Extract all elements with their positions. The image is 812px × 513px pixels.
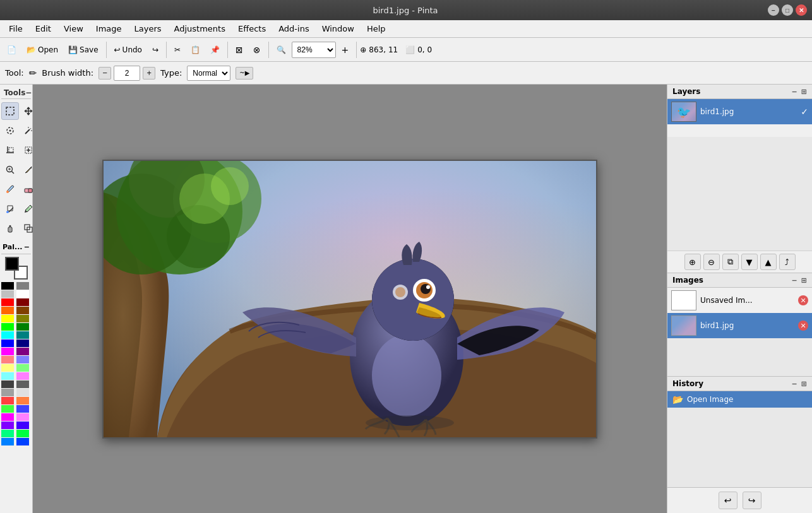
palette-color[interactable] (16, 307, 29, 314)
menu-item-window[interactable]: Window (316, 21, 361, 36)
rectangle-select-tool[interactable] (1, 102, 19, 120)
canvas-area[interactable] (33, 85, 667, 513)
brush-width-increase[interactable]: + (143, 67, 155, 80)
history-redo-btn[interactable]: ↪ (743, 492, 761, 509)
foreground-color-swatch[interactable] (5, 257, 19, 271)
palette-color[interactable] (1, 282, 14, 290)
menu-item-help[interactable]: Help (361, 21, 392, 36)
images-pin-btn[interactable]: ⊞ (801, 276, 807, 285)
menu-item-image[interactable]: Image (90, 21, 128, 36)
palette-color[interactable] (1, 307, 14, 314)
paintbrush-tool[interactable] (1, 180, 19, 198)
palette-color[interactable] (16, 315, 29, 322)
lasso-tool[interactable] (1, 122, 19, 139)
menu-item-add-ins[interactable]: Add-ins (272, 21, 315, 36)
menu-item-layers[interactable]: Layers (128, 21, 168, 36)
palette-color[interactable] (16, 323, 29, 331)
zoom-select[interactable]: 82% 100% 50% 25% (292, 42, 336, 58)
palette-color[interactable] (16, 331, 29, 339)
palette-color[interactable] (16, 389, 29, 396)
zoom-tool[interactable] (1, 161, 19, 179)
zoom-in-button[interactable]: + (337, 42, 354, 57)
crop-button[interactable]: ⊠ (231, 42, 248, 57)
palette-color[interactable] (1, 364, 14, 372)
history-collapse-btn[interactable]: − (792, 380, 797, 388)
toolbox-collapse[interactable]: − (25, 88, 32, 97)
paste-button[interactable]: 📌 (206, 43, 224, 57)
history-pin-btn[interactable]: ⊞ (801, 380, 807, 388)
redo-button[interactable]: ↪ (148, 43, 163, 57)
minimize-button[interactable]: − (768, 4, 779, 16)
palette-color[interactable] (1, 348, 14, 355)
palette-color[interactable] (1, 331, 14, 339)
palette-color[interactable] (16, 413, 29, 421)
palette-color[interactable] (16, 348, 29, 355)
copy-button[interactable]: 📋 (186, 43, 205, 57)
images-collapse-btn[interactable]: − (792, 276, 797, 285)
menu-item-adjustments[interactable]: Adjustments (168, 21, 232, 36)
palette-color[interactable] (1, 356, 14, 363)
brush-shape-btn[interactable]: ~▶ (236, 67, 253, 80)
undo-button[interactable]: ↩ Undo (110, 43, 146, 57)
palette-color[interactable] (1, 290, 14, 298)
fill-tool[interactable] (1, 200, 19, 218)
move-layer-up-btn[interactable]: ▲ (760, 254, 777, 270)
crop-tool[interactable] (1, 141, 19, 159)
palette-color[interactable] (16, 397, 29, 404)
palette-color[interactable] (16, 282, 29, 290)
palette-color[interactable] (1, 422, 14, 429)
history-undo-btn[interactable]: ↩ (719, 492, 737, 509)
palette-color[interactable] (16, 380, 29, 388)
brush-width-decrease[interactable]: − (99, 67, 111, 80)
brush-width-input[interactable] (114, 66, 140, 81)
palette-color[interactable] (16, 364, 29, 372)
menu-item-effects[interactable]: Effects (232, 21, 272, 36)
palette-color[interactable] (1, 372, 14, 380)
layer-properties-btn[interactable]: ⤴ (779, 254, 796, 270)
add-layer-btn[interactable]: ⊕ (684, 254, 701, 270)
menu-item-file[interactable]: File (3, 21, 29, 36)
close-button[interactable]: ✕ (796, 4, 807, 16)
image-item-bird1[interactable]: bird1.jpg ✕ (667, 313, 812, 338)
palette-color[interactable] (16, 438, 29, 445)
open-button[interactable]: 📂 Open (22, 43, 63, 57)
history-item-open-image[interactable]: 📂 Open Image (667, 391, 812, 408)
palette-color[interactable] (1, 413, 14, 421)
zoom-out-button[interactable]: 🔍 (272, 43, 290, 57)
layer-visible-check[interactable]: ✓ (801, 107, 808, 117)
palette-color[interactable] (1, 397, 14, 404)
palette-color[interactable] (1, 315, 14, 322)
type-select[interactable]: Normal Pixel (187, 66, 230, 81)
palette-collapse[interactable]: − (24, 243, 30, 251)
palette-color[interactable] (16, 339, 29, 347)
menu-item-view[interactable]: View (57, 21, 90, 36)
maximize-button[interactable]: □ (782, 4, 793, 16)
palette-color[interactable] (16, 290, 29, 298)
layers-collapse-btn[interactable]: − (792, 88, 797, 96)
image-close-bird1[interactable]: ✕ (798, 321, 808, 331)
image-item-unsaved[interactable]: Unsaved Im... ✕ (667, 288, 812, 313)
cut-button[interactable]: ✂ (170, 43, 185, 57)
palette-color[interactable] (1, 339, 14, 347)
image-close-unsaved[interactable]: ✕ (798, 295, 808, 305)
new-button[interactable]: 📄 (3, 43, 21, 57)
save-button[interactable]: 💾 Save (64, 43, 102, 57)
palette-color[interactable] (1, 298, 14, 306)
palette-color[interactable] (1, 380, 14, 388)
palette-color[interactable] (1, 389, 14, 396)
remove-layer-btn[interactable]: ⊖ (703, 254, 720, 270)
palette-color[interactable] (16, 405, 29, 413)
duplicate-layer-btn[interactable]: ⧉ (722, 254, 739, 270)
menu-item-edit[interactable]: Edit (29, 21, 57, 36)
pan-tool[interactable] (1, 220, 19, 237)
move-layer-down-btn[interactable]: ▼ (741, 254, 758, 270)
palette-color[interactable] (1, 438, 14, 445)
palette-color[interactable] (1, 323, 14, 331)
palette-color[interactable] (16, 422, 29, 429)
layer-item[interactable]: bird1.jpg ✓ (667, 99, 812, 124)
palette-color[interactable] (1, 405, 14, 413)
resize-button[interactable]: ⊗ (249, 42, 265, 57)
palette-color[interactable] (16, 356, 29, 363)
palette-color[interactable] (1, 430, 14, 437)
palette-color[interactable] (16, 372, 29, 380)
